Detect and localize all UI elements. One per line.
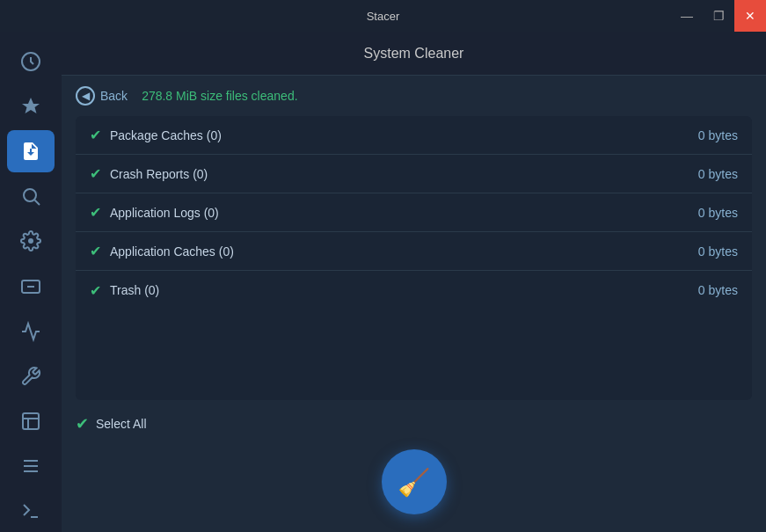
content-body: ◀ Back 278.8 MiB size files cleaned. ✔ P… <box>62 76 766 532</box>
sidebar-item-startup[interactable] <box>7 85 55 127</box>
row-label-crash: Crash Reports (0) <box>110 167 668 181</box>
table-row[interactable]: ✔ Application Caches (0) 0 bytes <box>76 232 752 271</box>
back-button[interactable]: ◀ Back <box>76 86 128 106</box>
sidebar-item-repair[interactable] <box>7 355 55 397</box>
check-icon-package: ✔ <box>90 127 101 143</box>
select-all-bar[interactable]: ✔ Select All <box>62 407 766 441</box>
select-all-check-icon: ✔ <box>76 414 89 434</box>
action-area: 🧹 <box>62 441 766 532</box>
sidebar-item-cleaner[interactable] <box>7 130 55 171</box>
title-bar: Stacer — ❐ ✕ <box>0 0 766 32</box>
sidebar-item-search[interactable] <box>7 176 55 217</box>
svg-point-3 <box>28 238 33 244</box>
sidebar-item-terminal[interactable] <box>7 491 55 532</box>
svg-line-2 <box>35 200 40 206</box>
back-bar: ◀ Back 278.8 MiB size files cleaned. <box>62 76 766 116</box>
cleaner-table: ✔ Package Caches (0) 0 bytes ✔ Crash Rep… <box>76 116 752 400</box>
row-label-trash: Trash (0) <box>110 283 668 297</box>
row-size-package: 0 bytes <box>668 128 738 142</box>
app-title: Stacer <box>367 10 400 23</box>
cleaned-message: 278.8 MiB size files cleaned. <box>142 89 297 103</box>
sidebar-item-dashboard[interactable] <box>7 40 55 82</box>
select-all-label[interactable]: Select All <box>96 417 147 431</box>
maximize-button[interactable]: ❐ <box>703 0 734 32</box>
row-size-applogs: 0 bytes <box>668 206 738 220</box>
sidebar-item-services[interactable] <box>7 221 55 262</box>
table-row[interactable]: ✔ Application Logs (0) 0 bytes <box>76 193 752 232</box>
table-row[interactable]: ✔ Package Caches (0) 0 bytes <box>76 116 752 155</box>
row-label-applogs: Application Logs (0) <box>110 206 668 220</box>
main-content: System Cleaner ◀ Back 278.8 MiB size fil… <box>62 32 766 532</box>
close-button[interactable]: ✕ <box>734 0 766 32</box>
back-circle-icon: ◀ <box>76 86 95 106</box>
sidebar-item-apt[interactable] <box>7 401 55 442</box>
svg-point-1 <box>24 189 36 201</box>
check-icon-appcaches: ✔ <box>90 243 101 259</box>
window-controls: — ❐ ✕ <box>671 0 766 32</box>
sidebar <box>0 32 62 532</box>
row-size-crash: 0 bytes <box>668 167 738 181</box>
check-icon-crash: ✔ <box>90 165 101 182</box>
table-row[interactable]: ✔ Crash Reports (0) 0 bytes <box>76 155 752 193</box>
minimize-button[interactable]: — <box>671 0 703 32</box>
sidebar-item-settings[interactable] <box>7 446 55 487</box>
page-header: System Cleaner <box>62 32 766 76</box>
page-title: System Cleaner <box>364 46 464 62</box>
row-label-appcaches: Application Caches (0) <box>110 244 668 259</box>
check-icon-trash: ✔ <box>90 282 101 299</box>
row-size-trash: 0 bytes <box>668 283 738 297</box>
check-icon-applogs: ✔ <box>90 204 101 221</box>
sidebar-item-uninstaller[interactable] <box>7 266 55 307</box>
sidebar-item-resources[interactable] <box>7 310 55 352</box>
row-size-appcaches: 0 bytes <box>668 244 738 259</box>
app-container: System Cleaner ◀ Back 278.8 MiB size fil… <box>0 32 766 532</box>
back-label: Back <box>100 89 128 103</box>
broom-icon: 🧹 <box>398 467 430 498</box>
row-label-package: Package Caches (0) <box>110 128 668 142</box>
table-row[interactable]: ✔ Trash (0) 0 bytes <box>76 271 752 310</box>
svg-rect-6 <box>23 413 39 429</box>
clean-button[interactable]: 🧹 <box>382 449 447 514</box>
